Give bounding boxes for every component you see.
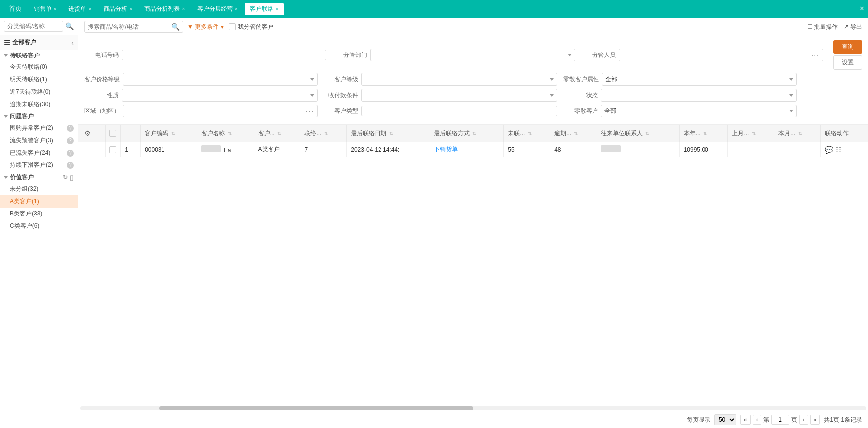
filter-region-select[interactable]: ··· <box>123 105 318 117</box>
row-checkbox[interactable] <box>109 146 116 153</box>
sidebar-group-problem[interactable]: 问题客户 <box>0 110 78 122</box>
search-input[interactable] <box>88 23 169 30</box>
sort-overdue-icon[interactable]: ⇅ <box>574 131 578 136</box>
per-page-select[interactable]: 50 <box>714 414 736 425</box>
value-refresh-icon[interactable]: ↻ <box>63 174 68 182</box>
filter-price-level-select[interactable] <box>123 73 318 86</box>
sidebar-item-ungroup[interactable]: 未分组(32) <box>0 183 78 195</box>
sidebar-item-abnormal[interactable]: 囤购异常客户(2) ? <box>0 122 78 134</box>
customer-level-dropdown-icon <box>550 78 554 81</box>
next-page-button[interactable]: › <box>799 415 808 425</box>
sort-contact-icon[interactable]: ⇅ <box>324 131 328 136</box>
export-button[interactable]: ↗ 导出 <box>844 23 862 31</box>
sidebar-all-customers-header[interactable]: ☰ 全部客户 ‹ <box>0 35 78 50</box>
close-all-button[interactable]: × <box>860 4 864 13</box>
nav-tab-purchase[interactable]: 进货单 × <box>63 3 96 15</box>
sort-last-month-icon[interactable]: ⇅ <box>752 131 756 136</box>
filter-manager-select[interactable]: ··· <box>619 49 823 61</box>
chevron-down-icon: ▼ <box>220 24 225 30</box>
sidebar-collapse-icon[interactable]: ‹ <box>71 39 74 47</box>
info-icon-abnormal[interactable]: ? <box>67 125 74 132</box>
info-icon-churn-warning[interactable]: ? <box>67 137 74 144</box>
col-overdue: 逾期... ⇅ <box>550 125 597 142</box>
horizontal-scrollbar[interactable] <box>78 405 868 411</box>
select-all-checkbox[interactable] <box>109 130 116 137</box>
sidebar-search-icon[interactable]: 🔍 <box>65 22 74 30</box>
sidebar-item-b-class[interactable]: B类客户(33) <box>0 208 78 220</box>
filter-payment-label: 收付款条件 <box>324 91 358 100</box>
close-tab-sales-icon[interactable]: × <box>54 6 56 12</box>
filter-phone-input[interactable] <box>122 50 326 60</box>
filter-retail-attr-select[interactable]: 全部 <box>602 73 797 86</box>
sidebar-item-tomorrow[interactable]: 明天待联络(1) <box>0 73 78 86</box>
sort-name-icon[interactable]: ⇅ <box>228 131 232 136</box>
sidebar-group-pending[interactable]: 待联络客户 <box>0 50 78 61</box>
sort-code-icon[interactable]: ⇅ <box>171 131 175 136</box>
sidebar-item-churn-warning[interactable]: 流失预警客户(3) ? <box>0 134 78 147</box>
last-method-link[interactable]: 下销货单 <box>434 146 458 153</box>
filter-status-select[interactable] <box>601 89 797 102</box>
sidebar-item-declining[interactable]: 持续下滑客户(2) ? <box>0 159 78 171</box>
filter-nature-select[interactable] <box>122 89 318 102</box>
sidebar-item-7days[interactable]: 近7天待联络(0) <box>0 86 78 98</box>
filter-customer-type-input[interactable] <box>361 106 557 116</box>
close-tab-purchase-icon[interactable]: × <box>88 6 91 12</box>
search-icon[interactable]: 🔍 <box>171 23 180 31</box>
sidebar-item-overdue[interactable]: 逾期未联络(30) <box>0 98 78 110</box>
nav-tab-customer-contact[interactable]: 客户联络 × <box>245 3 283 15</box>
search-input-wrap: 🔍 <box>84 21 183 33</box>
last-page-button[interactable]: » <box>810 415 820 425</box>
filter-payment-select[interactable] <box>361 89 557 102</box>
nav-tab-customer-mgmt[interactable]: 客户分层经营 × <box>192 3 243 15</box>
sort-unit-contact-icon[interactable]: ⇅ <box>645 131 649 136</box>
scrollbar-track <box>80 406 866 410</box>
more-filter-button[interactable]: ▼ 更多条件 ▼ <box>187 23 225 31</box>
my-customers-checkbox[interactable] <box>229 23 236 30</box>
sidebar-item-c-class[interactable]: C类客户(6) <box>0 220 78 232</box>
nav-tab-analysis-list[interactable]: 商品分析列表 × <box>139 3 190 15</box>
scrollbar-thumb[interactable] <box>159 406 473 410</box>
sidebar-item-today[interactable]: 今天待联络(0) <box>0 61 78 73</box>
filter-customer-level-select[interactable] <box>361 73 557 86</box>
action-qr-icon[interactable]: ☷ <box>835 146 842 154</box>
sort-this-month-icon[interactable]: ⇅ <box>798 131 802 136</box>
sort-last-date-icon[interactable]: ⇅ <box>389 131 393 136</box>
name-masked <box>201 145 221 152</box>
close-tab-customer-mgmt-icon[interactable]: × <box>235 6 238 12</box>
info-icon-declining[interactable]: ? <box>67 162 74 169</box>
filter-dept-select[interactable] <box>370 49 575 61</box>
sort-last-method-icon[interactable]: ⇅ <box>472 131 476 136</box>
close-tab-customer-contact-icon[interactable]: × <box>275 6 278 12</box>
info-icon-churned[interactable]: ? <box>67 150 74 157</box>
sidebar-item-a-class[interactable]: A类客户(1) <box>0 195 78 208</box>
sidebar-item-churned[interactable]: 已流失客户(24) ? <box>0 147 78 159</box>
close-tab-analysis-list-icon[interactable]: × <box>182 6 185 12</box>
nav-tab-sales[interactable]: 销售单 × <box>29 3 61 15</box>
cell-overdue: 48 <box>550 142 597 157</box>
sidebar-search-input[interactable] <box>4 21 63 32</box>
filter-region-label: 区域（地区） <box>84 107 120 115</box>
query-button[interactable]: 查询 <box>833 40 862 54</box>
nav-home[interactable]: 首页 <box>4 2 27 15</box>
settings-button[interactable]: 设置 <box>833 55 862 70</box>
batch-op-button[interactable]: ☐ 批量操作 <box>807 23 838 31</box>
sort-this-year-icon[interactable]: ⇅ <box>703 131 707 136</box>
filter-retail-select[interactable]: 全部 <box>601 105 797 117</box>
nav-tab-analysis[interactable]: 商品分析 × <box>99 3 137 15</box>
column-settings-button[interactable]: ⚙ <box>82 128 93 138</box>
status-dropdown-icon <box>789 94 793 97</box>
col-last-date: 最后联络日期 ⇅ <box>347 125 430 142</box>
page-input[interactable] <box>771 415 789 425</box>
col-gear: ⚙ <box>78 125 106 142</box>
col-checkbox-header <box>106 125 121 142</box>
sort-no-contact-icon[interactable]: ⇅ <box>528 131 532 136</box>
action-chat-icon[interactable]: 💬 <box>825 146 833 154</box>
value-plus-icon[interactable]: ▯ <box>70 174 74 182</box>
first-page-button[interactable]: « <box>740 415 751 425</box>
filter-retail-label: 零散客户 <box>563 107 598 115</box>
sort-type-icon[interactable]: ⇅ <box>277 131 281 136</box>
manager-dots-icon: ··· <box>811 51 820 59</box>
close-tab-analysis-icon[interactable]: × <box>129 6 132 12</box>
cell-this-month <box>774 142 821 157</box>
prev-page-button[interactable]: ‹ <box>753 415 761 425</box>
